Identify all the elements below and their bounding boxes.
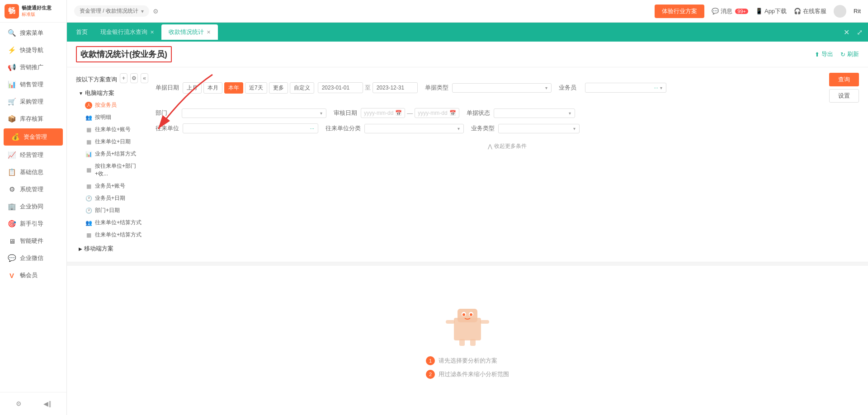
settings-btn[interactable]: 设置 <box>829 89 859 103</box>
system-icon: ⚙ <box>7 185 16 193</box>
partner-settle2-icon: ▦ <box>85 231 92 239</box>
svg-point-4 <box>462 313 465 316</box>
tab-bar-right: ✕ ⤢ <box>842 26 864 38</box>
tab-expand-btn[interactable]: ⤢ <box>855 26 864 38</box>
tab-close-all-btn[interactable]: ✕ <box>842 26 851 38</box>
sidebar-menu: 🔍 搜索菜单 ⚡ 快捷导航 📢 营销推广 📊 销售管理 🛒 采购管理 📦 库存核… <box>0 23 66 392</box>
partner-category-select[interactable]: ▾ <box>364 124 464 133</box>
sidebar-item-basic-info[interactable]: 📋 基础信息 <box>0 164 66 181</box>
date-to-input[interactable] <box>373 82 418 93</box>
query-btn[interactable]: 查询 <box>829 73 859 86</box>
sidebar-item-sales[interactable]: 📊 销售管理 <box>0 76 66 93</box>
partner-select[interactable]: ··· <box>183 123 318 133</box>
sidebar-item-hardware[interactable]: 🖥 智能硬件 <box>0 232 66 250</box>
date-btn-custom[interactable]: 自定义 <box>290 82 314 94</box>
enterprise-icon: 🏢 <box>7 203 16 211</box>
search-icon: 🔍 <box>7 29 16 37</box>
sidebar-item-marketing[interactable]: 📢 营销推广 <box>0 59 66 76</box>
date-field: 单据日期 上月 本月 本年 近7天 更多 自定义 至 <box>156 82 418 94</box>
finance-icon: 💰 <box>11 133 20 141</box>
scheme-item-partner-dept[interactable]: ▦ 按往来单位+部门+收... <box>76 160 148 180</box>
trial-btn[interactable]: 体验行业方案 <box>655 5 704 18</box>
sidebar-item-enterprise[interactable]: 🏢 企业协同 <box>0 198 66 215</box>
sidebar-settings-btn[interactable]: ⚙ <box>12 397 26 410</box>
salesman-account-icon: ▦ <box>85 183 92 190</box>
message-btn[interactable]: 💬 消息 99+ <box>712 7 748 15</box>
partner-category-field: 往来单位分类 ▾ <box>326 124 464 133</box>
doc-type-arrow: ▾ <box>545 85 547 90</box>
breadcrumb: 资金管理 / 收款情况统计 ▾ <box>74 5 149 17</box>
scheme-item-partner-account[interactable]: ▦ 往来单位+账号 <box>76 123 148 136</box>
sidebar-item-search[interactable]: 🔍 搜索菜单 <box>0 24 66 42</box>
sidebar-item-system[interactable]: ⚙ 系统管理 <box>0 181 66 198</box>
scheme-item-partner-settle2[interactable]: ▦ 往来单位+结算方式 <box>76 229 148 241</box>
partner-more-btn[interactable]: ··· <box>310 126 314 131</box>
sidebar-item-purchase[interactable]: 🛒 采购管理 <box>0 93 66 110</box>
export-btn[interactable]: ⬆ 导出 <box>815 50 833 58</box>
collapse-conditions-btn[interactable]: ⋀ 收起更多条件 <box>156 139 859 154</box>
online-service-btn[interactable]: 🎧 在线客服 <box>794 7 826 15</box>
desktop-scheme-group: ▼ 电脑端方案 人 按业务员 👥 按明细 ▦ <box>76 87 148 241</box>
scheme-collapse-btn[interactable]: « <box>141 73 148 83</box>
review-date-label: 审核日期 <box>334 109 357 117</box>
salesman-arrow: ▾ <box>660 85 662 90</box>
date-btn-this-month[interactable]: 本月 <box>203 82 222 94</box>
tab-collection-stats[interactable]: 收款情况统计 ✕ <box>161 24 218 40</box>
tab-bank-flow[interactable]: 现金银行流水查询 ✕ <box>93 24 161 40</box>
tab-home[interactable]: 首页 <box>71 24 93 40</box>
date-btn-7days[interactable]: 近7天 <box>245 82 267 94</box>
scheme-item-dept-date[interactable]: 🕐 部门+日期 <box>76 204 148 217</box>
tab-close-bank-flow[interactable]: ✕ <box>150 30 154 35</box>
date-field-label: 单据日期 <box>156 84 179 92</box>
sidebar-item-inventory[interactable]: 📦 库存核算 <box>0 110 66 127</box>
sidebar-item-member[interactable]: V 畅会员 <box>0 267 66 284</box>
sidebar-item-quick-nav[interactable]: ⚡ 快捷导航 <box>0 42 66 59</box>
sidebar-collapse-btn[interactable]: ◀‖ <box>41 397 54 410</box>
review-date-field: 审核日期 yyyy-mm-dd 📅 — yyyy-mm-dd 📅 <box>334 108 459 118</box>
scheme-item-salesman[interactable]: 人 按业务员 <box>76 99 148 111</box>
salesman-field: 业务员 ··· ▾ <box>559 83 666 93</box>
breadcrumb-dropdown[interactable]: ⚙ <box>153 8 159 15</box>
scheme-item-salesman-settle[interactable]: 📊 业务员+结算方式 <box>76 148 148 160</box>
scheme-item-partner-settle1[interactable]: 👥 往来单位+结算方式 <box>76 217 148 229</box>
mobile-scheme-group: ▶ 移动端方案 <box>76 243 148 255</box>
app-download-btn[interactable]: 📱 App下载 <box>755 7 787 15</box>
date-btn-more[interactable]: 更多 <box>269 82 288 94</box>
sidebar-item-wechat[interactable]: 💬 企业微信 <box>0 250 66 267</box>
review-date-from[interactable]: yyyy-mm-dd 📅 <box>361 108 405 118</box>
scheme-item-salesman-account[interactable]: ▦ 业务员+账号 <box>76 180 148 192</box>
page-header-actions: ⬆ 导出 ↻ 刷新 <box>815 50 859 58</box>
scheme-settings-btn[interactable]: ⚙ <box>130 73 138 83</box>
doc-status-arrow: ▾ <box>569 111 571 116</box>
partner-label: 往来单位 <box>156 124 179 132</box>
mobile-group-header[interactable]: ▶ 移动端方案 <box>76 243 148 255</box>
scheme-label: 按以下方案查询 <box>76 73 117 84</box>
salesman-select[interactable]: ··· ▾ <box>585 83 666 93</box>
desktop-group-header[interactable]: ▼ 电脑端方案 <box>76 87 148 99</box>
scheme-item-detail[interactable]: 👥 按明细 <box>76 111 148 123</box>
dept-select[interactable]: ▾ <box>182 108 326 118</box>
tab-close-collection-stats[interactable]: ✕ <box>207 30 211 35</box>
doc-status-select[interactable]: ▾ <box>494 108 575 118</box>
svg-rect-8 <box>459 339 465 346</box>
sidebar-item-finance[interactable]: 💰 资金管理 <box>4 128 63 146</box>
dept-label: 部门 <box>156 109 178 117</box>
salesman-more-btn[interactable]: ··· <box>654 85 658 90</box>
date-from-input[interactable] <box>318 82 363 93</box>
dept-arrow: ▾ <box>320 111 322 116</box>
empty-tip-1: 1 请先选择要分析的方案 <box>426 356 509 365</box>
refresh-btn[interactable]: ↻ 刷新 <box>840 50 859 58</box>
sidebar-item-operations[interactable]: 📈 经营管理 <box>0 146 66 164</box>
scheme-add-btn[interactable]: + <box>120 73 127 83</box>
date-btn-last-month[interactable]: 上月 <box>183 82 202 94</box>
doc-status-label: 单据状态 <box>467 109 490 117</box>
date-btn-this-year[interactable]: 本年 <box>224 82 243 94</box>
scheme-item-salesman-date[interactable]: 🕐 业务员+日期 <box>76 192 148 204</box>
salesman-label: 业务员 <box>559 84 581 92</box>
biz-type-select[interactable]: ▾ <box>498 124 580 133</box>
doc-type-select[interactable]: ▾ <box>452 83 552 93</box>
sidebar-item-guide[interactable]: 🎯 新手引导 <box>0 215 66 232</box>
review-date-to[interactable]: yyyy-mm-dd 📅 <box>415 108 459 118</box>
scheme-item-partner-date[interactable]: ▦ 往来单位+日期 <box>76 136 148 148</box>
avatar[interactable] <box>834 5 846 18</box>
